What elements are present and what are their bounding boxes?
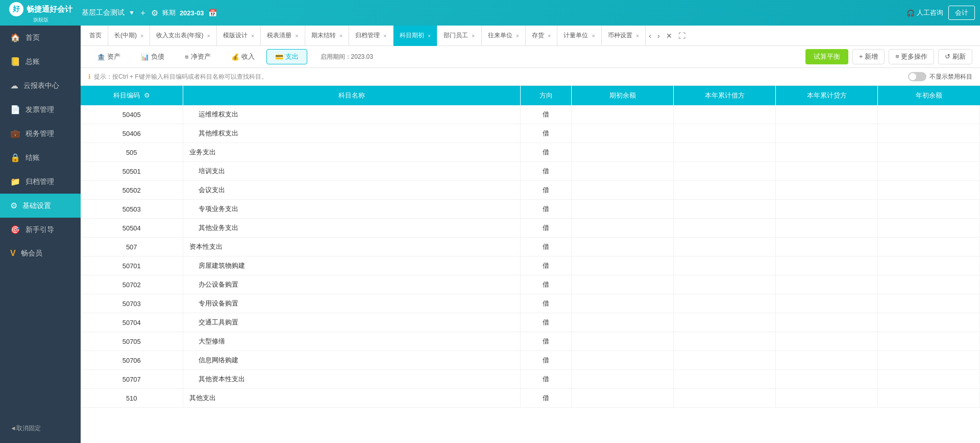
sidebar-item-guide[interactable]: 🎯 新手引导 [0, 218, 81, 242]
sidebar-item-reports[interactable]: ☁ 云报表中心 [0, 74, 81, 98]
company-dropdown-icon[interactable]: ▼ [129, 9, 135, 16]
tab-expand-btn[interactable]: ⛶ [675, 32, 689, 40]
app-subtitle: 旗舰版 [33, 16, 48, 24]
tab-prev-btn[interactable]: ‹ [646, 32, 654, 40]
account-btn[interactable]: 会计 [948, 6, 975, 20]
tab-close-template[interactable]: × [251, 33, 254, 39]
sidebar-item-home[interactable]: 🏠 首页 [0, 26, 81, 50]
sidebar-item-tax[interactable]: 💼 税务管理 [0, 122, 81, 146]
hint-icon: ℹ [88, 73, 91, 80]
tab-close-client[interactable]: × [516, 33, 519, 39]
liability-icon: 📊 [141, 53, 149, 61]
tab-subject-init[interactable]: 科目期初 × [394, 26, 437, 46]
table-row[interactable]: 50707其他资本性支出借 [81, 370, 980, 389]
settings-icon[interactable]: ⚙ [151, 8, 158, 18]
more-btn[interactable]: ≡ 更多操作 [889, 49, 934, 64]
inner-content: 🏦 资产 📊 负债 ≡ 净资产 💰 收入 💳 支出 [81, 46, 980, 443]
tab-close-period[interactable]: × [140, 33, 143, 39]
tab-close-archive[interactable]: × [383, 33, 386, 39]
close-accounts-icon: 🔒 [10, 153, 20, 162]
sidebar-item-settings[interactable]: ⚙ 基础设置 [0, 194, 81, 218]
expense-icon: 💳 [275, 53, 283, 61]
tab-archive[interactable]: 归档管理 × [349, 26, 393, 46]
col-direction: 方向 [521, 86, 572, 105]
add-btn[interactable]: + 新增 [852, 49, 885, 64]
top-header: 好 畅捷通好会计 旗舰版 基层工会测试 ▼ ＋ ⚙ 账期 2023-03 📅 🎧… [0, 0, 980, 26]
tab-inventory[interactable]: 存货 × [526, 26, 557, 46]
col-name: 科目名称 [183, 86, 521, 105]
table-row[interactable]: 50504其他业务支出借 [81, 219, 980, 238]
guide-icon: 🎯 [10, 225, 20, 235]
table-row[interactable]: 50405运维维权支出借 [81, 105, 980, 124]
tab-close-currency[interactable]: × [636, 33, 639, 39]
tab-currency[interactable]: 币种设置 × [602, 26, 646, 46]
subject-tab-equity[interactable]: ≡ 净资产 [176, 49, 219, 64]
table-row[interactable]: 50703专用设备购置借 [81, 294, 980, 313]
period-info: 启用期间：2023.03 [321, 53, 373, 61]
period-label: 账期 [162, 8, 176, 17]
table-row[interactable]: 50501培训支出借 [81, 162, 980, 181]
calendar-icon[interactable]: 📅 [208, 9, 217, 17]
tab-close-inventory[interactable]: × [548, 33, 551, 39]
table-row[interactable]: 50502会议支出借 [81, 181, 980, 200]
tab-close-all-btn[interactable]: ✕ [663, 32, 675, 40]
subject-tab-liability[interactable]: 📊 负债 [132, 49, 173, 64]
sidebar-item-vip[interactable]: V 畅会员 [0, 242, 81, 265]
sidebar-collapse-btn[interactable]: ◄取消固定 [0, 419, 81, 438]
invoice-icon: 📄 [10, 105, 20, 114]
sidebar-item-ledger[interactable]: 📒 总账 [0, 50, 81, 74]
sidebar-item-invoice[interactable]: 📄 发票管理 [0, 98, 81, 122]
col-settings-icon[interactable]: ⚙ [144, 91, 150, 99]
sidebar-item-close[interactable]: 🔒 结账 [0, 146, 81, 170]
table-row[interactable]: 50706信息网络购建借 [81, 351, 980, 370]
tax-icon: 💼 [10, 129, 20, 138]
subject-tab-income[interactable]: 💰 收入 [223, 49, 263, 64]
archive-icon: 📁 [10, 177, 20, 186]
sidebar-item-archive[interactable]: 📁 归档管理 [0, 170, 81, 194]
tab-dept[interactable]: 部门员工 × [437, 26, 481, 46]
table-row[interactable]: 507资本性支出借 [81, 238, 980, 257]
tab-close-unit[interactable]: × [592, 33, 595, 39]
table-container[interactable]: 科目编码 ⚙ 科目名称 方向 期初余额 [81, 86, 980, 443]
tab-annual-report[interactable]: 收入支出表(年报) × [150, 26, 216, 46]
subject-tab-expense[interactable]: 💳 支出 [266, 49, 307, 64]
table-row[interactable]: 505业务支出借 [81, 143, 980, 162]
content-area: 首页 长(中期) × 收入支出表(年报) × 模版设计 × 税表清册 × 期末结… [81, 26, 980, 443]
table-row[interactable]: 50701房屋建筑物购建借 [81, 257, 980, 275]
balance-btn[interactable]: 试算平衡 [805, 49, 848, 64]
tab-close-annual[interactable]: × [207, 33, 210, 39]
tab-close-period-end[interactable]: × [339, 33, 342, 39]
tab-close-tax[interactable]: × [295, 33, 298, 39]
table-row[interactable]: 510其他支出借 [81, 389, 980, 408]
col-code: 科目编码 ⚙ [81, 86, 183, 105]
tab-close-subject-init[interactable]: × [428, 33, 431, 39]
col-year-opening: 年初余额 [878, 86, 980, 105]
header-middle: 基层工会测试 ▼ ＋ ⚙ 账期 2023-03 📅 [77, 8, 906, 18]
table-row[interactable]: 50705大型修缮借 [81, 332, 980, 351]
tab-template[interactable]: 模版设计 × [217, 26, 261, 46]
tab-tax[interactable]: 税表清册 × [261, 26, 305, 46]
refresh-btn[interactable]: ↺ 刷新 [938, 49, 972, 64]
app-title: 畅捷通好会计 [27, 5, 72, 14]
toggle-switch[interactable] [908, 72, 926, 81]
table-row[interactable]: 50406其他维权支出借 [81, 124, 980, 143]
add-company-btn[interactable]: ＋ [139, 8, 147, 18]
table-row[interactable]: 50702办公设备购置借 [81, 275, 980, 294]
subject-tab-asset[interactable]: 🏦 资产 [88, 49, 129, 64]
tab-client[interactable]: 往来单位 × [482, 26, 526, 46]
table-row[interactable]: 50503专项业务支出借 [81, 200, 980, 219]
equity-icon: ≡ [185, 53, 189, 61]
main-layout: 🏠 首页 📒 总账 ☁ 云报表中心 📄 发票管理 💼 税务管理 🔒 结账 📁 归… [0, 26, 980, 443]
table-row[interactable]: 50704交通工具购置借 [81, 313, 980, 332]
tab-home[interactable]: 首页 [83, 26, 108, 46]
tab-unit[interactable]: 计量单位 × [557, 26, 601, 46]
toggle-label: 不显示禁用科目 [929, 73, 972, 81]
tab-next-btn[interactable]: › [654, 32, 663, 40]
tab-close-dept[interactable]: × [472, 33, 475, 39]
tab-period[interactable]: 长(中期) × [108, 26, 150, 46]
sidebar-bottom: ◄取消固定 [0, 414, 81, 443]
period-value: 2023-03 [180, 9, 204, 17]
disable-toggle[interactable]: 不显示禁用科目 [908, 72, 972, 81]
tab-period-end[interactable]: 期末结转 × [305, 26, 349, 46]
service-btn[interactable]: 🎧 人工咨询 [906, 8, 943, 17]
